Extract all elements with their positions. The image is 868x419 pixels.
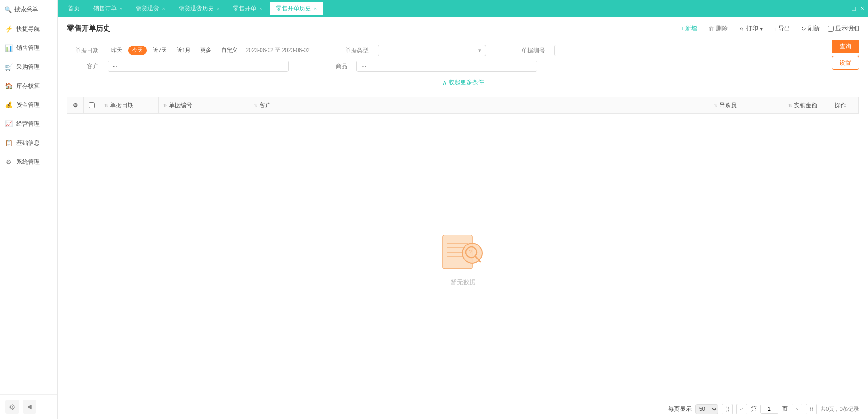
date-today-btn[interactable]: 今天	[128, 46, 147, 55]
page-size-select[interactable]: 50 10 20 100	[695, 404, 718, 414]
show-detail-checkbox[interactable]: 显示明细	[828, 24, 859, 33]
sidebar-item-quick-nav[interactable]: ⚡ 快捷导航	[0, 19, 57, 38]
tab-sales-return-history[interactable]: 销货退货历史 ×	[172, 2, 226, 15]
date-7days-btn[interactable]: 近7天	[149, 46, 171, 55]
sidebar-item-label: 资金管理	[16, 101, 40, 109]
empty-illustration: ?	[436, 226, 490, 271]
sidebar: 🔍 搜索采单 ⚡ 快捷导航 📊 销售管理 🛒 采购管理 🏠 库存核算 💰 资金管…	[0, 0, 58, 419]
sidebar-item-inventory[interactable]: 🏠 库存核算	[0, 76, 57, 95]
tab-retail-open-label: 零售开单	[233, 5, 256, 13]
empty-state: ? 暂无数据	[67, 114, 859, 399]
sidebar-item-label: 快捷导航	[16, 25, 40, 33]
print-arrow-icon: ▾	[760, 25, 763, 32]
th-settings[interactable]: ⚙	[67, 97, 84, 113]
page-title: 零售开单历史	[67, 24, 110, 33]
sidebar-item-sales-mgmt[interactable]: 📊 销售管理	[0, 38, 57, 57]
prev-page-btn[interactable]: ＜	[736, 404, 747, 414]
filter-area: 单据日期 昨天 今天 近7天 近1月 更多 自定义 2023-06-02 至 2…	[58, 38, 868, 92]
sidebar-item-finance[interactable]: 💰 资金管理	[0, 95, 57, 114]
page-unit: 页	[782, 405, 788, 413]
type-filter-arrow: ▾	[478, 47, 481, 54]
last-page-btn[interactable]: ⟩⟩	[806, 404, 817, 414]
th-amount-label: 实销金额	[794, 101, 817, 109]
window-close-btn[interactable]: ×	[860, 5, 864, 13]
filter-row-2: 客户 ··· 商品 ···	[67, 61, 859, 72]
client-filter-label: 客户	[67, 62, 99, 71]
type-filter-select[interactable]: ▾	[378, 45, 486, 56]
goods-filter-select[interactable]: ···	[356, 61, 537, 72]
toolbar: + 新增 🗑 删除 🖨 打印 ▾ ↑ 导出 ↻ 刷新	[678, 23, 859, 34]
sidebar-settings-btn[interactable]: ⚙	[5, 400, 19, 414]
settings-button[interactable]: 设置	[832, 56, 859, 70]
filter-collapse-btn[interactable]: ∧ 收起更多条件	[67, 76, 859, 88]
pagination: 每页显示 50 10 20 100 ⟨⟨ ＜ 第 页 ＞ ⟩⟩ 共0页，0条记录	[58, 399, 868, 419]
export-button[interactable]: ↑ 导出	[771, 23, 793, 34]
th-action-label: 操作	[835, 101, 846, 109]
sidebar-item-operation[interactable]: 📈 经营管理	[0, 114, 57, 133]
tab-retail-open-history-close[interactable]: ×	[314, 6, 317, 11]
date-month-btn[interactable]: 近1月	[173, 46, 194, 55]
tab-retail-open-close[interactable]: ×	[259, 6, 262, 11]
tab-sales-return[interactable]: 销货退货 ×	[129, 2, 171, 15]
th-guide-sort-icon[interactable]: ⇅	[714, 103, 717, 108]
page-number-input[interactable]	[760, 405, 778, 414]
page-label: 第	[751, 405, 757, 413]
sidebar-item-label: 经营管理	[16, 120, 40, 128]
tab-home[interactable]: 首页	[62, 2, 86, 15]
add-label: + 新增	[680, 24, 697, 33]
tab-retail-open-history[interactable]: 零售开单历史 ×	[270, 2, 323, 15]
main: 首页 销售订单 × 销货退货 × 销货退货历史 × 零售开单 × 零售开单历史 …	[58, 0, 868, 419]
tab-sales-order-label: 销售订单	[93, 5, 117, 13]
sidebar-bottom: ⚙ ◄	[0, 394, 57, 419]
add-button[interactable]: + 新增	[678, 23, 700, 34]
goods-filter-dots: ···	[361, 63, 366, 70]
date-more-btn[interactable]: 更多	[197, 46, 215, 55]
date-yesterday-btn[interactable]: 昨天	[108, 46, 126, 55]
th-amount-sort-icon[interactable]: ⇅	[788, 103, 792, 108]
tabbar-window-controls: ─ □ ×	[843, 5, 864, 13]
tab-sales-order[interactable]: 销售订单 ×	[87, 2, 128, 15]
sidebar-search-label: 搜索采单	[14, 5, 38, 14]
th-guide-label: 导购员	[719, 101, 737, 109]
sidebar-collapse-btn[interactable]: ◄	[23, 400, 36, 414]
date-custom-btn[interactable]: 自定义	[218, 46, 241, 55]
print-label: 打印	[746, 24, 758, 33]
select-all-checkbox[interactable]	[89, 102, 95, 108]
refresh-button[interactable]: ↻ 刷新	[798, 23, 822, 34]
tab-retail-open-history-label: 零售开单历史	[276, 5, 311, 13]
delete-icon: 🗑	[708, 25, 714, 32]
th-checkbox[interactable]	[84, 97, 100, 113]
type-filter-label: 单据类型	[337, 47, 369, 55]
sidebar-item-basic-info[interactable]: 📋 基础信息	[0, 133, 57, 152]
first-page-btn[interactable]: ⟨⟨	[722, 404, 733, 414]
sidebar-item-sys-mgmt[interactable]: ⚙ 系统管理	[0, 152, 57, 171]
print-button[interactable]: 🖨 打印 ▾	[736, 23, 766, 34]
query-button[interactable]: 查询	[832, 40, 859, 53]
window-min-btn[interactable]: ─	[843, 5, 847, 12]
window-max-btn[interactable]: □	[852, 5, 855, 12]
tab-sales-return-close[interactable]: ×	[162, 6, 165, 11]
th-num-label: 单据编号	[169, 101, 192, 109]
th-action: 操作	[822, 97, 859, 113]
delete-button[interactable]: 🗑 删除	[706, 23, 730, 34]
next-page-btn[interactable]: ＞	[792, 404, 802, 414]
client-filter-select[interactable]: ···	[108, 61, 289, 72]
num-filter-input[interactable]	[554, 45, 859, 56]
tab-retail-open[interactable]: 零售开单 ×	[227, 2, 268, 15]
sidebar-item-label: 库存核算	[16, 82, 40, 90]
tab-sales-order-close[interactable]: ×	[119, 6, 122, 11]
total-info: 共0页，0条记录	[821, 405, 859, 413]
th-sort-icon[interactable]: ⇅	[104, 103, 108, 108]
tab-sales-return-history-close[interactable]: ×	[217, 6, 219, 11]
export-label: 导出	[778, 24, 790, 33]
sidebar-item-label: 系统管理	[16, 158, 40, 166]
sidebar-item-label: 基础信息	[16, 139, 40, 147]
th-client-sort-icon[interactable]: ⇅	[254, 103, 257, 108]
th-num-sort-icon[interactable]: ⇅	[163, 103, 167, 108]
th-date-label: 单据日期	[110, 101, 133, 109]
th-client: ⇅ 客户	[249, 97, 709, 113]
show-detail-input[interactable]	[828, 26, 834, 32]
sidebar-search[interactable]: 🔍 搜索采单	[0, 0, 57, 19]
sidebar-item-purchase-mgmt[interactable]: 🛒 采购管理	[0, 57, 57, 76]
sidebar-item-label: 销售管理	[16, 44, 40, 52]
